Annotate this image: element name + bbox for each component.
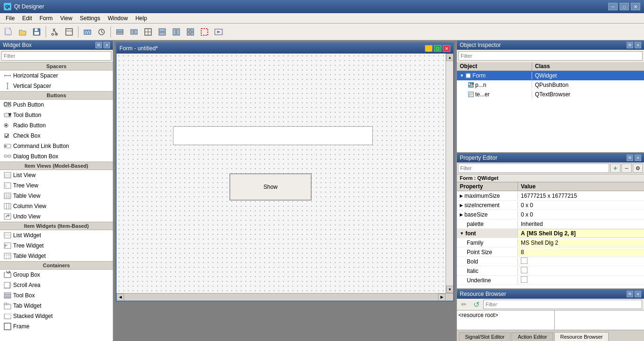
- item-scroll-area[interactable]: Scroll Area: [0, 280, 113, 290]
- object-inspector-filter-input[interactable]: [458, 51, 643, 61]
- resource-browser-float[interactable]: ⧉: [627, 291, 633, 297]
- item-push-button[interactable]: OK Push Button: [0, 100, 113, 110]
- item-radio-button[interactable]: Radio Button: [0, 120, 113, 131]
- toolbar-edit2[interactable]: [63, 25, 76, 39]
- menu-help[interactable]: Help: [132, 14, 151, 23]
- menu-view[interactable]: View: [56, 14, 76, 23]
- property-remove-btn[interactable]: ─: [621, 163, 632, 173]
- item-undo-view[interactable]: Undo View: [0, 211, 113, 222]
- property-filter-input[interactable]: [458, 163, 609, 173]
- item-frame[interactable]: Frame: [0, 321, 113, 332]
- property-editor-close[interactable]: ✕: [635, 155, 641, 161]
- toolbar-preview[interactable]: [212, 25, 225, 39]
- form-minimize[interactable]: _: [425, 45, 432, 52]
- item-stacked-widget[interactable]: Stacked Widget: [0, 311, 113, 321]
- prop-value-basesize[interactable]: 0 x 0: [518, 211, 644, 218]
- prop-value-italic[interactable]: [518, 266, 644, 275]
- prop-expand-basesize[interactable]: ▶: [460, 212, 463, 217]
- prop-expand-maximumsize[interactable]: ▶: [460, 194, 463, 198]
- prop-bold-checkbox[interactable]: [521, 257, 527, 264]
- widget-box-close[interactable]: ✕: [103, 42, 110, 48]
- property-config-btn[interactable]: ⚙: [633, 163, 643, 173]
- prop-italic-checkbox[interactable]: [521, 267, 527, 273]
- prop-row-underline[interactable]: Underline: [457, 276, 644, 285]
- form-textbox-widget[interactable]: [173, 126, 373, 145]
- toolbar-new[interactable]: [2, 25, 15, 39]
- tab-action-editor[interactable]: Action Editor: [511, 332, 553, 341]
- form-canvas[interactable]: Show: [117, 54, 446, 293]
- tree-row-textbrowser[interactable]: te...er QTextBrowser: [457, 90, 644, 99]
- hscroll-right[interactable]: ▶: [438, 294, 446, 301]
- prop-expand-font[interactable]: ▼: [460, 231, 464, 236]
- toolbar-layout4[interactable]: [156, 25, 169, 39]
- prop-value-bold[interactable]: [518, 257, 644, 266]
- tab-resource-browser[interactable]: Resource Browser: [554, 332, 609, 341]
- toolbar-layout5[interactable]: [170, 25, 183, 39]
- item-vertical-spacer[interactable]: Vertical Spacer: [0, 81, 113, 91]
- toolbar-open[interactable]: [16, 25, 29, 39]
- item-group-box[interactable]: G Group Box: [0, 270, 113, 280]
- item-horizontal-spacer[interactable]: Horizontal Spacer: [0, 70, 113, 81]
- menu-settings[interactable]: Settings: [76, 14, 104, 23]
- item-list-view[interactable]: List View: [0, 170, 113, 180]
- minimize-button[interactable]: ─: [608, 3, 618, 10]
- widget-box-filter-input[interactable]: [1, 51, 111, 61]
- menu-window[interactable]: Window: [104, 14, 132, 23]
- menu-edit[interactable]: Edit: [18, 14, 36, 23]
- vscroll-track[interactable]: [446, 61, 453, 286]
- tree-row-form[interactable]: ▼ Form QWidget: [457, 71, 644, 80]
- property-editor-float[interactable]: ⧉: [627, 155, 633, 161]
- prop-row-palette[interactable]: palette Inherited: [457, 219, 644, 229]
- prop-expand-sizeincrement[interactable]: ▶: [460, 203, 463, 208]
- item-tab-widget[interactable]: Tab Widget: [0, 301, 113, 311]
- vscroll-down[interactable]: ▼: [446, 286, 453, 293]
- prop-value-family[interactable]: MS Shell Dlg 2: [518, 239, 644, 247]
- prop-row-pointsize[interactable]: Point Size 8: [457, 248, 644, 257]
- prop-underline-checkbox[interactable]: [521, 276, 527, 283]
- vscroll-up[interactable]: ▲: [446, 54, 453, 61]
- toolbar-layout6[interactable]: [184, 25, 197, 39]
- item-column-view[interactable]: Column View: [0, 201, 113, 211]
- item-check-box[interactable]: Check Box: [0, 131, 113, 141]
- item-dialog-button-box[interactable]: Dialog Button Box: [0, 151, 113, 162]
- item-tool-button[interactable]: ▼ Tool Button: [0, 110, 113, 120]
- item-command-link-button[interactable]: Command Link Button: [0, 141, 113, 151]
- prop-value-pointsize[interactable]: 8: [518, 248, 644, 256]
- resource-refresh-btn[interactable]: ↺: [471, 300, 481, 309]
- toolbar-break-layout[interactable]: [198, 25, 211, 39]
- prop-row-italic[interactable]: Italic: [457, 266, 644, 276]
- toolbar-cut[interactable]: [48, 25, 62, 39]
- toolbar-layout3[interactable]: [141, 25, 155, 39]
- canvas-vscrollbar[interactable]: ▲ ▼: [446, 54, 453, 293]
- form-maximize[interactable]: □: [434, 45, 441, 52]
- tree-row-pushbutton[interactable]: OK p...n QPushButton: [457, 80, 644, 90]
- maximize-button[interactable]: □: [620, 3, 629, 10]
- item-table-widget[interactable]: Table Widget: [0, 251, 113, 261]
- menu-file[interactable]: File: [2, 14, 18, 23]
- prop-value-underline[interactable]: [518, 276, 644, 285]
- toolbar-layout2[interactable]: [127, 25, 141, 39]
- canvas-hscrollbar[interactable]: ◀ ▶: [117, 293, 453, 301]
- item-tree-view[interactable]: Tree View: [0, 180, 113, 191]
- resource-filter-input[interactable]: [483, 300, 642, 309]
- property-add-btn[interactable]: +: [610, 163, 620, 173]
- prop-value-maximumsize[interactable]: 16777215 x 16777215: [518, 192, 644, 200]
- close-button[interactable]: ✕: [631, 3, 640, 10]
- prop-value-font[interactable]: A[MS Shell Dlg 2, 8]: [518, 230, 644, 237]
- toolbar-layout1[interactable]: [113, 25, 126, 39]
- widget-box-float[interactable]: ⧉: [95, 42, 102, 48]
- form-close[interactable]: ✕: [443, 45, 450, 52]
- tab-signal-slot[interactable]: Signal/Slot Editor: [459, 332, 510, 341]
- resource-browser-close[interactable]: ✕: [635, 291, 641, 297]
- item-list-widget[interactable]: List Widget: [0, 230, 113, 240]
- item-tree-widget[interactable]: Tree Widget: [0, 240, 113, 251]
- menu-form[interactable]: Form: [36, 14, 56, 23]
- object-inspector-close[interactable]: ✕: [635, 42, 641, 48]
- prop-row-font[interactable]: ▼ font A[MS Shell Dlg 2, 8]: [457, 229, 644, 238]
- toolbar-widget-edit[interactable]: W: [81, 25, 94, 39]
- item-tool-box[interactable]: Tool Box: [0, 290, 113, 301]
- toolbar-signal-edit[interactable]: [95, 25, 108, 39]
- prop-value-palette[interactable]: Inherited: [518, 220, 644, 228]
- form-button-widget[interactable]: Show: [229, 173, 312, 201]
- prop-value-sizeincrement[interactable]: 0 x 0: [518, 202, 644, 209]
